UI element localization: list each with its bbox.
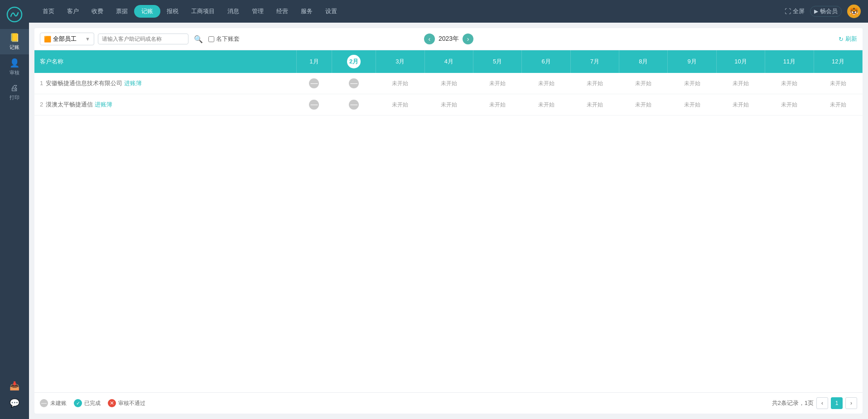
nav-bizitem[interactable]: 工商项目 bbox=[185, 5, 221, 18]
company-name: 漠澳太平畅捷通信 bbox=[46, 101, 93, 108]
cell-m1: — bbox=[296, 73, 332, 94]
cell-m10: 未开始 bbox=[716, 94, 765, 116]
prev-page-button[interactable]: ‹ bbox=[816, 397, 828, 409]
col-m10: 10月 bbox=[716, 50, 765, 73]
chat-icon: 💬 bbox=[10, 398, 19, 408]
nav-manage[interactable]: 管理 bbox=[246, 5, 270, 18]
status-not-started: 未开始 bbox=[538, 101, 555, 108]
nav-operation[interactable]: 经营 bbox=[270, 5, 294, 18]
nav-service[interactable]: 服务 bbox=[294, 5, 319, 18]
col-m2: 2月 bbox=[332, 50, 376, 73]
cell-m11: 未开始 bbox=[765, 73, 814, 94]
nav-bookkeeping[interactable]: 记账 bbox=[134, 5, 160, 18]
col-name: 客户名称 bbox=[34, 50, 296, 73]
cell-company-name: 1安徽畅捷通信息技术有限公司 进账簿 bbox=[34, 73, 296, 94]
col-m1: 1月 bbox=[296, 50, 332, 73]
status-not-started: 未开始 bbox=[489, 101, 506, 108]
nav-tax[interactable]: 报税 bbox=[160, 5, 185, 18]
cell-m7: 未开始 bbox=[570, 73, 619, 94]
avatar-emoji: 🐯 bbox=[849, 7, 858, 16]
search-button[interactable]: 🔍 bbox=[192, 33, 205, 45]
status-not-started: 未开始 bbox=[684, 80, 700, 87]
member-icon: ▶ bbox=[814, 8, 818, 14]
cell-m9: 未开始 bbox=[668, 73, 716, 94]
next-year-button[interactable]: › bbox=[463, 34, 473, 44]
status-not-started: 未开始 bbox=[441, 101, 457, 108]
fullscreen-button[interactable]: ⛶ 全屏 bbox=[785, 7, 805, 15]
row-number: 1 bbox=[40, 80, 43, 87]
employee-select-label: 全部员工 bbox=[53, 35, 77, 43]
bookkeeping-icon: 📒 bbox=[10, 33, 19, 43]
sidebar-item-bookkeeping[interactable]: 📒 记账 bbox=[0, 29, 29, 54]
enter-ledger-link[interactable]: 进账簿 bbox=[124, 80, 142, 87]
nav-fee[interactable]: 收费 bbox=[85, 5, 110, 18]
col-m8: 8月 bbox=[619, 50, 668, 73]
legend-rejected-label: 审核不通过 bbox=[118, 400, 145, 407]
cell-m11: 未开始 bbox=[765, 94, 814, 116]
table-header-row: 客户名称 1月 2月 3月 4月 bbox=[34, 50, 863, 73]
nav-settings[interactable]: 设置 bbox=[319, 5, 343, 18]
page-1-button[interactable]: 1 bbox=[831, 397, 843, 409]
app-logo bbox=[4, 4, 25, 25]
sidebar-item-download[interactable]: 📥 bbox=[0, 377, 29, 395]
cell-m6: 未开始 bbox=[522, 73, 570, 94]
refresh-button[interactable]: ↻ 刷新 bbox=[839, 35, 857, 43]
prev-year-button[interactable]: ‹ bbox=[424, 34, 435, 44]
topnav-right: ⛶ 全屏 ▶ 畅会员 🐯 bbox=[785, 5, 861, 18]
legend-rejected: ✕ 审核不通过 bbox=[108, 399, 145, 407]
record-count: 共2条记录，1页 bbox=[772, 399, 814, 407]
nav-message[interactable]: 消息 bbox=[221, 5, 246, 18]
refresh-label: 刷新 bbox=[845, 35, 857, 43]
col-m9: 9月 bbox=[668, 50, 716, 73]
legend-not-built-icon: — bbox=[40, 399, 48, 407]
row-number: 2 bbox=[40, 101, 43, 108]
search-input[interactable] bbox=[98, 34, 188, 44]
nav-invoice[interactable]: 票据 bbox=[110, 5, 134, 18]
sidebar-item-chat[interactable]: 💬 bbox=[0, 395, 29, 412]
legend-done: ✓ 已完成 bbox=[74, 399, 101, 407]
fullscreen-icon: ⛶ bbox=[785, 8, 791, 15]
cell-m5: 未开始 bbox=[473, 73, 521, 94]
status-not-started: 未开始 bbox=[684, 101, 700, 108]
legend-not-built: — 未建账 bbox=[40, 399, 67, 407]
cell-m3: 未开始 bbox=[376, 73, 424, 94]
subsidiary-checkbox-label[interactable]: 名下账套 bbox=[208, 35, 240, 43]
sidebar-item-review[interactable]: 👤 审核 bbox=[0, 54, 29, 80]
cell-m12: 未开始 bbox=[814, 73, 862, 94]
sidebar-item-bookkeeping-label: 记账 bbox=[10, 44, 19, 51]
status-not-started: 未开始 bbox=[392, 80, 408, 87]
cell-m9: 未开始 bbox=[668, 94, 716, 116]
nav-client[interactable]: 客户 bbox=[61, 5, 85, 18]
table-footer: — 未建账 ✓ 已完成 ✕ 审核不通过 共2条记录，1页 ‹ 1 › bbox=[34, 392, 863, 414]
status-not-started: 未开始 bbox=[441, 80, 457, 87]
cell-m10: 未开始 bbox=[716, 73, 765, 94]
legend-done-label: 已完成 bbox=[84, 400, 101, 407]
col-m4: 4月 bbox=[424, 50, 473, 73]
table-wrapper: 客户名称 1月 2月 3月 4月 bbox=[34, 50, 863, 392]
status-not-started: 未开始 bbox=[733, 101, 749, 108]
enter-ledger-link[interactable]: 进账簿 bbox=[95, 101, 112, 108]
sidebar: 📒 记账 👤 审核 🖨 打印 📥 💬 bbox=[0, 0, 29, 419]
user-avatar[interactable]: 🐯 bbox=[847, 5, 861, 18]
status-dash-icon: — bbox=[349, 100, 359, 110]
subsidiary-checkbox[interactable] bbox=[208, 36, 214, 42]
employee-select[interactable]: 🟧 全部员工 ▼ bbox=[40, 33, 94, 45]
fullscreen-label: 全屏 bbox=[793, 7, 805, 15]
cell-m3: 未开始 bbox=[376, 94, 424, 116]
dropdown-arrow-icon: ▼ bbox=[85, 36, 90, 42]
cell-m1: — bbox=[296, 94, 332, 116]
cell-m4: 未开始 bbox=[424, 73, 473, 94]
cell-m4: 未开始 bbox=[424, 94, 473, 116]
sidebar-item-print[interactable]: 🖨 打印 bbox=[0, 80, 29, 105]
next-page-button[interactable]: › bbox=[845, 397, 857, 409]
cell-m6: 未开始 bbox=[522, 94, 570, 116]
col-m11: 11月 bbox=[765, 50, 814, 73]
legend-not-built-label: 未建账 bbox=[50, 400, 67, 407]
nav-home[interactable]: 首页 bbox=[36, 5, 61, 18]
content-area: 🟧 全部员工 ▼ 🔍 名下账套 ‹ 2023年 › ↻ 刷新 bbox=[29, 23, 868, 419]
member-button[interactable]: ▶ 畅会员 bbox=[810, 6, 842, 17]
status-not-started: 未开始 bbox=[538, 80, 555, 87]
status-not-started: 未开始 bbox=[830, 101, 846, 108]
cell-m5: 未开始 bbox=[473, 94, 521, 116]
legend-rejected-icon: ✕ bbox=[108, 399, 116, 407]
